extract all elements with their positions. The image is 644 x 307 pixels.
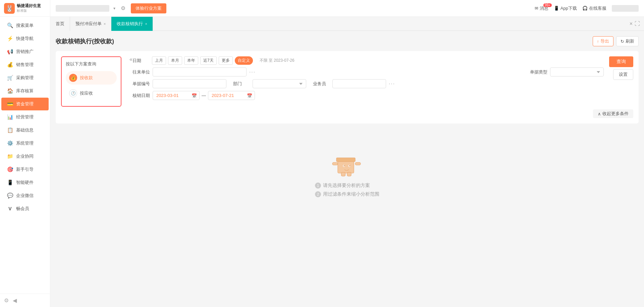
search-menu-icon: 🔍 [7,22,13,29]
topbar-right: ✉ 消息 99+ 📱 App下载 🎧 在线客服 [535,5,639,12]
query-type-panel: 按以下方案查询 💰 按收款 🕐 按应收 [61,56,121,107]
sidebar-item-marketing[interactable]: 📢 营销推广 [1,45,49,58]
dept-select[interactable] [253,79,306,88]
purchase-icon: 🛒 [7,75,13,81]
svg-rect-12 [341,172,345,176]
sidebar-item-label: 企业协同 [16,153,34,159]
empty-state: 1 请先选择要分析的方案 2 用过滤条件来缩小分析范围 [56,150,639,200]
tabbar: 首页 预付冲应付单 × 收款核销执行 × × ⛶ [50,17,644,31]
hardware-icon: 📱 [7,180,13,186]
sidebar-item-basic[interactable]: 📋 基础信息 [1,124,49,137]
message-icon: ✉ [535,6,538,11]
date-custom[interactable]: 自定义 [235,56,253,65]
topbar-gear-icon[interactable]: ⚙ [121,5,125,11]
date-7days[interactable]: 近7天 [200,56,217,65]
collapse-panel-icon[interactable]: « [129,56,132,62]
sidebar-item-member[interactable]: V 畅会员 [1,202,49,215]
tab-prepay[interactable]: 预付冲应付单 × [70,17,111,31]
sidebar-item-hardware[interactable]: 📱 智能硬件 [1,176,49,189]
counterpart-label: 往来单位 [132,69,150,75]
doc-type-label: 单据类型 [530,69,547,75]
tab-home[interactable]: 首页 [50,17,70,31]
sidebar-item-operation[interactable]: 📊 经营管理 [1,111,49,123]
query-type-by-receivable[interactable]: 🕐 按应收 [66,87,117,100]
message-button[interactable]: ✉ 消息 99+ [535,5,548,11]
by-collection-label: 按收款 [80,75,93,81]
collapse-up-icon: ∧ [598,111,601,116]
settings-icon[interactable]: ⚙ [4,297,9,304]
page-content: 收款核销执行(按收款) ↑ 导出 ↻ 刷新 按以下方案查询 💰 [50,31,644,307]
service-label: 在线客服 [589,5,606,11]
empty-illustration [330,150,364,177]
finance-icon: 💳 [7,101,13,107]
sidebar-item-guide[interactable]: 🎯 新手引导 [1,163,49,176]
sidebar-item-label: 基础信息 [16,127,34,133]
app-download-button[interactable]: 📱 App下载 [554,5,577,11]
query-button[interactable]: 查询 [609,56,633,67]
sidebar-item-search-menu[interactable]: 🔍 搜索菜单 [1,19,49,32]
staff-more-icon[interactable]: ··· [389,81,395,87]
sidebar-item-wechat[interactable]: 💬 企业微信 [1,189,49,202]
sidebar-item-finance[interactable]: 💳 资金管理 [1,98,49,110]
setting-button[interactable]: 设置 [613,69,633,80]
verify-date-range: 2023-03-01 📅 — 2023-07-21 📅 [153,91,255,100]
filter-action-buttons: 查询 设置 [609,56,633,80]
sidebar-item-sales[interactable]: 💰 销售管理 [1,58,49,71]
date-this-year[interactable]: 本年 [184,56,198,65]
app-label: App下载 [560,5,577,11]
sidebar-item-inventory[interactable]: 🏠 库存核算 [1,85,49,97]
tab-collection-label: 收款核销执行 [117,21,143,27]
verify-date-start-cal-icon[interactable]: 📅 [192,93,197,98]
sidebar-item-label: 经营管理 [16,114,34,120]
inventory-icon: 🏠 [7,88,13,94]
date-this-month[interactable]: 本月 [168,56,182,65]
service-icon: 🎧 [582,6,588,11]
sidebar-item-quick-nav[interactable]: ⚡ 快捷导航 [1,32,49,45]
date-last-month[interactable]: 上月 [152,56,166,65]
empty-hint-1: 1 请先选择要分析的方案 [315,183,379,189]
refresh-button[interactable]: ↻ 刷新 [616,36,639,46]
refresh-label: 刷新 [626,38,634,44]
date-no-limit: 不限 至 2023-07-26 [260,58,294,63]
verify-date-filter: 核销日期 2023-03-01 📅 — 2023-07-21 [132,91,255,100]
collapse-sidebar-icon[interactable]: ◀ [13,297,17,304]
page-title: 收款核销执行(按收款) [56,37,114,45]
dropdown-arrow-icon[interactable]: ▾ [113,6,115,11]
verify-date-end-cal-icon[interactable]: 📅 [247,93,252,98]
tab-collection-close-icon[interactable]: × [145,22,147,26]
sidebar-item-enterprise[interactable]: 📁 企业协同 [1,150,49,163]
sales-icon: 💰 [7,62,13,68]
doc-no-label: 单据编号 [132,81,150,87]
sidebar-item-system[interactable]: ⚙️ 系统管理 [1,137,49,150]
counterpart-more-icon[interactable]: ··· [249,69,256,75]
collapse-conditions-button[interactable]: ∧ 收起更多条件 [593,109,633,118]
doc-no-input[interactable] [153,79,226,88]
verify-date-end-wrap: 2023-07-21 📅 [208,91,255,100]
date-more[interactable]: 更多 [219,56,233,65]
tab-prepay-close-icon[interactable]: × [104,22,106,26]
staff-label: 业务员 [313,81,330,87]
export-button[interactable]: ↑ 导出 [593,36,614,46]
tab-collection[interactable]: 收款核销执行 × [111,17,153,31]
export-icon: ↑ [597,39,599,44]
filter-area: 按以下方案查询 💰 按收款 🕐 按应收 « [56,51,639,123]
sidebar-item-purchase[interactable]: 🛒 采购管理 [1,71,49,84]
sidebar-bottom: ⚙ ◀ [0,294,50,307]
query-type-by-collection[interactable]: 💰 按收款 [66,71,117,85]
solution-button[interactable]: 体验行业方案 [131,3,166,13]
tab-home-label: 首页 [56,21,64,27]
collapse-conditions-row: ∧ 收起更多条件 [132,109,633,118]
hint-text-1: 请先选择要分析的方案 [323,183,370,189]
expand-tab-icon[interactable]: ⛶ [635,21,640,27]
sidebar-item-label: 资金管理 [16,101,34,107]
close-tab-icon[interactable]: × [630,21,633,27]
wechat-icon: 💬 [7,193,13,199]
counterpart-input[interactable] [153,67,247,76]
sidebar: 🐰 畅捷通好生意 标准版 🔍 搜索菜单 ⚡ 快捷导航 📢 营销推广 💰 销售管理… [0,0,50,307]
basic-icon: 📋 [7,127,13,133]
sidebar-item-label: 系统管理 [16,140,34,146]
staff-input[interactable] [332,79,386,88]
by-collection-icon: 💰 [69,74,77,82]
doc-type-select[interactable] [550,67,604,76]
online-service-button[interactable]: 🎧 在线客服 [582,5,606,11]
